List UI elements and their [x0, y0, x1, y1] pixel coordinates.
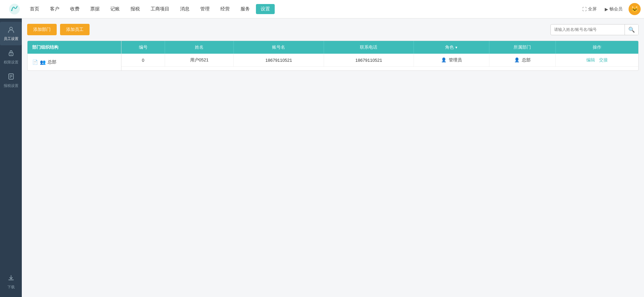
nav-item-service[interactable]: 服务: [236, 4, 255, 14]
transfer-link[interactable]: 交接: [599, 57, 608, 62]
add-dept-button[interactable]: 添加部门: [27, 24, 57, 35]
th-id: 编号: [121, 41, 165, 54]
report-icon: [7, 73, 15, 82]
top-nav: 首页 客户 收费 票据 记账 报税 工商项目 消息 管理 经营 服务 设置 ⛶ …: [0, 0, 644, 18]
file-icon: 📄: [32, 59, 38, 65]
table-row: 0 用户0521 18679110521 18679110521 👤 管理员 👤…: [121, 54, 638, 67]
nav-item-tax[interactable]: 报税: [126, 4, 145, 14]
nav-item-settings[interactable]: 设置: [256, 4, 275, 14]
fullscreen-label: 全屏: [588, 6, 597, 12]
filter-icon: ▼: [455, 46, 458, 49]
two-panel: 部门组织结构 📄 👥 总部 编号: [27, 41, 639, 71]
nav-right: ⛶ 全屏 ▶ 畅会员 🐱: [580, 3, 641, 15]
nav-item-message[interactable]: 消息: [175, 4, 194, 14]
sidebar-download-label: 下载: [7, 285, 15, 290]
tree-item-root[interactable]: 📄 👥 总部: [28, 56, 121, 68]
cell-role: 👤 管理员: [414, 54, 489, 67]
cell-actions: 编辑 交接: [555, 54, 638, 67]
tree-content: 📄 👥 总部: [28, 54, 121, 70]
nav-item-accounting[interactable]: 记账: [106, 4, 124, 14]
search-button[interactable]: 🔍: [625, 24, 638, 35]
sidebar-tax-settings-label: 报税设置: [4, 83, 18, 88]
svg-point-0: [9, 4, 20, 14]
sidebar-item-permissions[interactable]: 权限设置: [0, 45, 22, 69]
th-actions: 操作: [555, 41, 638, 54]
content-area: 添加部门 添加员工 🔍 部门组织结构 📄 👥 总部: [22, 18, 644, 297]
nav-item-home[interactable]: 首页: [25, 4, 44, 14]
dept-user-icon: 👤: [514, 57, 520, 62]
svg-point-2: [10, 27, 12, 30]
data-table: 编号 姓名 账号名 联系电话: [121, 41, 638, 67]
nav-items: 首页 客户 收费 票据 记账 报税 工商项目 消息 管理 经营 服务 设置: [25, 4, 580, 14]
person-icon: [7, 26, 15, 35]
tree-panel: 部门组织结构 📄 👥 总部: [28, 41, 121, 70]
nav-item-operation[interactable]: 经营: [216, 4, 234, 14]
nav-item-invoice[interactable]: 票据: [86, 4, 104, 14]
th-account: 账号名: [234, 41, 324, 54]
fullscreen-icon: ⛶: [582, 7, 587, 12]
sidebar-item-download[interactable]: 下载: [0, 270, 22, 294]
th-role-label: 角色: [445, 44, 454, 50]
th-dept: 所属部门: [489, 41, 555, 54]
lock-icon: [7, 49, 15, 58]
svg-point-4: [10, 54, 11, 55]
th-name: 姓名: [165, 41, 234, 54]
sidebar-staff-label: 员工设置: [4, 36, 18, 41]
nav-item-business[interactable]: 工商项目: [146, 4, 174, 14]
cell-dept: 👤 总部: [489, 54, 555, 67]
nav-item-manage[interactable]: 管理: [196, 4, 214, 14]
member-label: 畅会员: [609, 6, 623, 12]
edit-link[interactable]: 编辑: [586, 57, 595, 62]
tree-item-root-label: 总部: [48, 59, 56, 65]
cell-dept-label: 总部: [522, 57, 531, 62]
svg-point-1: [11, 10, 12, 11]
fullscreen-button[interactable]: ⛶ 全屏: [580, 5, 599, 13]
add-staff-button[interactable]: 添加员工: [60, 24, 90, 35]
download-icon: [7, 274, 15, 283]
th-role[interactable]: 角色 ▼: [414, 41, 489, 54]
role-user-icon: 👤: [441, 57, 446, 62]
search-icon: 🔍: [628, 27, 635, 33]
search-input[interactable]: [551, 25, 625, 34]
sidebar-item-staff[interactable]: 员工设置: [0, 22, 22, 45]
logo: [3, 3, 25, 15]
cell-role-label: 管理员: [449, 57, 462, 62]
sidebar-item-tax-settings[interactable]: 报税设置: [0, 69, 22, 92]
nav-item-fee[interactable]: 收费: [65, 4, 84, 14]
member-button[interactable]: ▶ 畅会员: [603, 5, 625, 13]
cell-id: 0: [121, 54, 165, 67]
table-panel: 编号 姓名 账号名 联系电话: [121, 41, 638, 70]
main-layout: 员工设置 权限设置 报税设置: [0, 18, 644, 297]
search-wrap: 🔍: [550, 24, 639, 35]
avatar[interactable]: 🐱: [629, 3, 641, 15]
tree-header: 部门组织结构: [28, 41, 121, 54]
left-sidebar: 员工设置 权限设置 报税设置: [0, 18, 22, 297]
tree-user-icon: 👥: [40, 59, 46, 65]
cell-name: 用户0521: [165, 54, 234, 67]
nav-item-customer[interactable]: 客户: [45, 4, 64, 14]
th-phone: 联系电话: [324, 41, 414, 54]
sidebar-permissions-label: 权限设置: [4, 60, 18, 65]
cell-account: 18679110521: [234, 54, 324, 67]
member-icon: ▶: [605, 7, 608, 12]
cell-phone: 18679110521: [324, 54, 414, 67]
sidebar-bottom: 下载: [0, 270, 22, 294]
toolbar: 添加部门 添加员工 🔍: [27, 24, 639, 35]
avatar-image: 🐱: [631, 5, 638, 13]
